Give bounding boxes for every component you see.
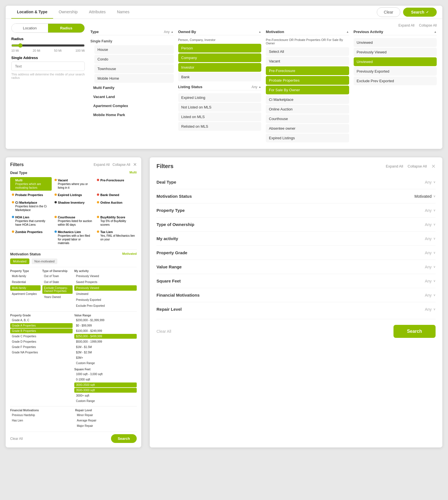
sqft-3000-3500[interactable]: 3000-3500 sqft xyxy=(74,382,137,387)
motivation-pre-foreclosure[interactable]: Pre-Foreclosure xyxy=(266,66,349,75)
filter-value-motivation[interactable]: Motivated ∨ xyxy=(414,194,436,199)
deal-hoa-lien[interactable]: HOA Lien Properties that currently have … xyxy=(10,214,52,228)
activity-exclude-prev-exported[interactable]: Exclude Prev Exported xyxy=(354,77,437,85)
close-icon-left[interactable]: ✕ xyxy=(133,162,137,167)
grade-a[interactable]: Grade A Properties xyxy=(10,323,73,328)
motivated-tag[interactable]: Motivated xyxy=(10,258,29,264)
mobile-home-park[interactable]: Mobile Home Park xyxy=(90,111,174,119)
motivation-expired-listings[interactable]: Expired Listings xyxy=(266,134,349,142)
radius-btn[interactable]: Radius xyxy=(48,24,84,32)
value-250k-499k[interactable]: $250,000 - $499,999 xyxy=(74,334,137,339)
activity-prev-viewed[interactable]: Previously Viewed xyxy=(74,273,137,279)
value-200k-2m[interactable]: $200,000 - $1,999,999 xyxy=(74,318,137,323)
multi-family[interactable]: Multi Family xyxy=(90,84,174,92)
value-3m[interactable]: $3M+ xyxy=(74,355,137,360)
motivation-vacant[interactable]: Vacant xyxy=(266,57,349,66)
grade-c[interactable]: Grade C Properties xyxy=(10,334,73,339)
financial-has-lien[interactable]: Has Lien xyxy=(10,418,72,423)
listing-relisted-mls[interactable]: Relisted on MLS xyxy=(178,122,262,131)
deal-courthouse[interactable]: Courthouse Properties listed for auction… xyxy=(53,214,94,228)
collapse-all-left[interactable]: Collapse All xyxy=(112,163,130,167)
prop-multi-family[interactable]: Multi-family xyxy=(10,273,41,279)
deal-zombie[interactable]: Zombie Properties xyxy=(10,229,52,246)
collapse-all-right[interactable]: Collapse All xyxy=(408,164,427,168)
activity-unviewed-selected[interactable]: Unviewed xyxy=(354,57,437,66)
motivation-courthouse[interactable]: Courthouse xyxy=(266,114,349,123)
grade-na[interactable]: Grade NA Properties xyxy=(10,350,73,355)
prop-multi-family-sel[interactable]: Multi-family xyxy=(10,285,41,291)
value-custom[interactable]: Custom Range xyxy=(74,361,137,366)
prop-apartment[interactable]: Apartment Complex xyxy=(10,291,41,297)
expand-all-top[interactable]: Expand All xyxy=(399,23,415,27)
ownership-out-of-state[interactable]: Out of State xyxy=(42,279,73,285)
motivation-for-sale-by-owner[interactable]: For Sale By Owner xyxy=(266,86,349,94)
search-button-left[interactable]: Search xyxy=(111,434,137,443)
owned-by-bank[interactable]: Bank xyxy=(178,73,262,81)
deal-tax-lien[interactable]: Tax Lien Yes, FAIL of Mechanics lien on … xyxy=(95,229,137,246)
deal-probate[interactable]: Probate Properties xyxy=(10,192,52,198)
ownership-exclude-company[interactable]: Exclude Company-Owned Properties xyxy=(42,285,73,294)
location-btn[interactable]: Location xyxy=(12,24,48,32)
owned-by-person[interactable]: Person xyxy=(178,44,262,53)
financial-hardship[interactable]: Previous Hardship xyxy=(10,413,72,418)
listing-not-mls[interactable]: Not Listed on MLS xyxy=(178,103,262,112)
filter-value-my-activity[interactable]: Any ∨ xyxy=(425,236,436,241)
tab-location-type[interactable]: Location & Type xyxy=(11,6,53,19)
expand-all-right[interactable]: Expand All xyxy=(386,164,403,168)
deal-vacant[interactable]: Vacant Properties where you or living in… xyxy=(53,177,94,191)
motivation-ci-marketplace[interactable]: Ci Marketplace xyxy=(266,95,349,104)
search-button-top[interactable]: Search ✓ xyxy=(403,8,437,17)
address-input[interactable] xyxy=(11,62,85,71)
filter-value-square-feet[interactable]: Any ∨ xyxy=(425,279,436,283)
motivation-absentee[interactable]: Absentee owner xyxy=(266,124,349,133)
deal-pre-foreclosure[interactable]: Pre-Foreclosure xyxy=(95,177,137,191)
activity-prev-viewed-sel[interactable]: Previously Viewed xyxy=(74,285,137,291)
activity-prev-exported[interactable]: Previously Exported xyxy=(74,297,137,303)
activity-previously-exported[interactable]: Previously Exported xyxy=(354,67,437,76)
activity-unviewed-left[interactable]: Unviewed xyxy=(74,291,137,297)
listing-listed-mls[interactable]: Listed on MLS xyxy=(178,112,262,121)
clear-button[interactable]: Clear xyxy=(377,7,400,17)
owned-by-company[interactable]: Company xyxy=(178,53,262,62)
filter-value-value-range[interactable]: Any ∨ xyxy=(425,265,436,269)
deal-ci-marketplace[interactable]: Ci Marketplace Properties listed in the … xyxy=(10,199,52,213)
prop-residential[interactable]: Residential xyxy=(10,279,41,285)
sqft-custom[interactable]: Custom Range xyxy=(74,399,137,403)
ownership-years-owned[interactable]: Years Owned xyxy=(42,294,73,300)
motivation-select-all[interactable]: Select All xyxy=(266,47,349,56)
vacant-land[interactable]: Vacant Land xyxy=(90,93,174,101)
grade-abc[interactable]: Grade A, B, C xyxy=(10,318,73,323)
tab-names[interactable]: Names xyxy=(111,6,135,19)
search-button-right[interactable]: Search xyxy=(393,325,436,338)
deal-buyability[interactable]: BuyAbility Score Top 5% of BuyAbility sc… xyxy=(95,214,137,228)
sqft-0-1000[interactable]: 0-1000 sqft xyxy=(74,377,137,382)
value-0-99k[interactable]: $0 - $99,999 xyxy=(74,323,137,328)
value-1m-1.5m[interactable]: $1M - $1.5M xyxy=(74,345,137,349)
type-mobile-home[interactable]: Mobile Home xyxy=(94,74,174,83)
radius-slider[interactable] xyxy=(11,43,85,48)
filter-value-ownership[interactable]: Any ∨ xyxy=(425,222,436,227)
value-100k-249k[interactable]: $100,000 - $249,999 xyxy=(74,329,137,333)
repair-average[interactable]: Average Repair xyxy=(75,418,137,423)
deal-multi[interactable]: Multi Properties which are motivating fa… xyxy=(10,177,52,191)
close-icon-right[interactable]: ✕ xyxy=(431,163,436,169)
value-2m-2.5m[interactable]: $2M - $2.5M xyxy=(74,350,137,355)
collapse-all-top[interactable]: Collapse All xyxy=(419,23,437,27)
motivation-online-auction[interactable]: Online Auction xyxy=(266,105,349,114)
filter-value-financial[interactable]: Any ∨ xyxy=(425,293,436,297)
repair-minor[interactable]: Minor Repair xyxy=(75,413,137,418)
filter-value-deal-type[interactable]: Any ∨ xyxy=(425,180,436,184)
activity-exclude-prev[interactable]: Exclude Prev Exported xyxy=(74,303,137,308)
clear-all-button-left[interactable]: Clear All xyxy=(10,437,23,441)
non-motivated-tag[interactable]: Non-motivated xyxy=(32,258,58,264)
motivation-probate[interactable]: Probate Properties xyxy=(266,76,349,85)
apartment-complex[interactable]: Apartment Complex xyxy=(90,102,174,110)
deal-shadow[interactable]: Shadow Inventory xyxy=(53,199,94,213)
activity-unviewed[interactable]: Unviewed xyxy=(354,38,437,47)
listing-expired[interactable]: Expired Listing xyxy=(178,93,262,102)
deal-online-auction[interactable]: Online Auction xyxy=(95,199,137,213)
activity-saved[interactable]: Saved Prospects xyxy=(74,279,137,285)
filter-value-property-grade[interactable]: Any ∨ xyxy=(425,251,436,255)
ownership-out-of-town[interactable]: Out of Town xyxy=(42,273,73,279)
sqft-3000plus[interactable]: 3000+ sqft xyxy=(74,393,137,398)
